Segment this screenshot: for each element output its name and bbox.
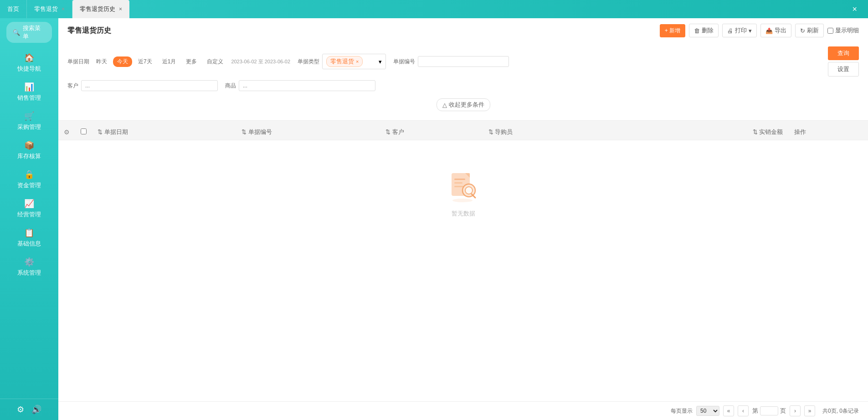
print-button[interactable]: 🖨 打印 ▾ <box>722 24 757 37</box>
doc-type-tag-text: 零售退货 <box>330 57 354 66</box>
date-btn-1month[interactable]: 近1月 <box>158 56 180 67</box>
first-page-button[interactable]: « <box>723 405 734 416</box>
sidebar-item-purchase-mgmt[interactable]: 🛒 采购管理 <box>0 107 58 136</box>
date-filter-group: 昨天 今天 近7天 近1月 更多 自定义 2023-06-02 至 2023-0… <box>92 56 290 67</box>
filter-actions: 查询 设置 <box>828 46 859 77</box>
date-filter-label: 单据日期 <box>67 58 89 66</box>
delete-label: 删除 <box>702 26 714 35</box>
doc-type-tag-remove[interactable]: × <box>356 59 359 64</box>
doc-type-select[interactable]: 零售退货 × ▾ <box>322 54 386 69</box>
doc-type-tag: 零售退货 × <box>326 56 363 67</box>
new-button[interactable]: + 新增 <box>660 24 685 37</box>
settings-gear-icon[interactable]: ⚙ <box>17 405 24 415</box>
delete-button[interactable]: 🗑 删除 <box>689 24 719 37</box>
system-icon: ⚙️ <box>24 257 34 267</box>
customer-filter-item: 客户 <box>67 80 218 91</box>
search-icon: 🔍 <box>13 29 20 36</box>
sidebar-item-quick-nav[interactable]: 🏠 快捷导航 <box>0 48 58 77</box>
doc-no-label: 单据编号 <box>393 58 415 66</box>
display-detail-checkbox[interactable] <box>827 28 833 34</box>
sidebar-item-system-mgmt[interactable]: ⚙️ 系统管理 <box>0 252 58 282</box>
tab-retail-return-history-close[interactable]: × <box>119 6 122 12</box>
print-dropdown-icon: ▾ <box>749 27 752 34</box>
sidebar-item-basic-info-label: 基础信息 <box>17 240 41 248</box>
filter-setting-button[interactable]: 设置 <box>828 62 859 77</box>
query-button[interactable]: 查询 <box>828 46 859 60</box>
svg-point-7 <box>465 187 473 194</box>
th-customer: ⇅ 客户 <box>380 124 483 140</box>
date-btn-7days[interactable]: 近7天 <box>134 56 156 67</box>
window-close-button[interactable]: × <box>848 5 861 14</box>
select-all-checkbox[interactable] <box>81 128 87 134</box>
th-doc-no: ⇅ 单据编号 <box>236 124 380 140</box>
sidebar-item-sales-mgmt-label: 销售管理 <box>17 94 41 102</box>
refresh-label: 刷新 <box>807 26 819 35</box>
filter-area: 单据日期 昨天 今天 近7天 近1月 更多 自定义 2023-06-02 至 2… <box>67 42 859 120</box>
th-guide-label: ⇅ 导购员 <box>488 128 513 135</box>
tab-retail-return-close[interactable]: × <box>62 6 65 12</box>
print-label: 打印 <box>735 26 747 35</box>
goods-label: 商品 <box>225 82 236 90</box>
date-btn-today[interactable]: 今天 <box>113 56 132 67</box>
purchase-icon: 🛒 <box>24 111 34 121</box>
tab-home[interactable]: 首页 <box>0 0 27 18</box>
sidebar-item-operations[interactable]: 📈 经营管理 <box>0 194 58 223</box>
finance-icon: 🔒 <box>24 169 34 179</box>
refresh-button[interactable]: ↻ 刷新 <box>795 24 824 37</box>
collapse-button[interactable]: △ 收起更多条件 <box>437 98 490 111</box>
sidebar-item-inventory-label: 库存核算 <box>17 152 41 160</box>
sidebar-item-inventory[interactable]: 📦 库存核算 <box>0 136 58 165</box>
page-title: 零售退货历史 <box>67 26 111 36</box>
th-action-label: 操作 <box>794 128 806 135</box>
date-btn-yesterday[interactable]: 昨天 <box>92 56 111 67</box>
page-number-input[interactable]: 1 <box>760 406 778 415</box>
svg-point-0 <box>452 199 473 202</box>
empty-text: 暂无数据 <box>452 210 475 218</box>
table-settings-icon[interactable]: ⚙ <box>64 128 70 136</box>
table-container: ⚙ ⇅ 单据日期 ⇅ 单据编号 ⇅ 客户 <box>58 124 868 401</box>
th-settings: ⚙ <box>58 124 75 140</box>
svg-rect-4 <box>454 182 462 184</box>
date-btn-more[interactable]: 更多 <box>182 56 201 67</box>
last-page-button[interactable]: » <box>804 405 815 416</box>
tab-bar: 首页 零售退货 × 零售退货历史 × <box>0 0 848 18</box>
filter-row-2: 客户 商品 <box>67 80 859 91</box>
sidebar-item-purchase-mgmt-label: 采购管理 <box>17 123 41 131</box>
print-icon: 🖨 <box>727 27 733 34</box>
table-header-row: ⚙ ⇅ 单据日期 ⇅ 单据编号 ⇅ 客户 <box>58 124 868 140</box>
tab-retail-return[interactable]: 零售退货 × <box>27 0 72 18</box>
collapse-row: △ 收起更多条件 <box>67 95 859 116</box>
th-guide: ⇅ 导购员 <box>483 124 606 140</box>
next-page-button[interactable]: › <box>790 405 801 416</box>
basic-info-icon: 📋 <box>24 228 34 238</box>
search-menu-button[interactable]: 🔍 搜索菜单 <box>6 22 52 43</box>
sidebar-item-finance[interactable]: 🔒 资金管理 <box>0 165 58 194</box>
th-spacer <box>606 124 645 140</box>
main-layout: 🔍 搜索菜单 🏠 快捷导航 📊 销售管理 🛒 采购管理 📦 库存核算 🔒 资金管… <box>0 18 868 420</box>
sidebar-item-sales-mgmt[interactable]: 📊 销售管理 <box>0 77 58 107</box>
speaker-icon[interactable]: 🔊 <box>31 405 41 415</box>
page-size-select[interactable]: 20 50 100 200 <box>696 406 719 416</box>
sidebar-item-system-mgmt-label: 系统管理 <box>17 269 41 277</box>
refresh-icon: ↻ <box>800 27 805 34</box>
top-bar-right: × <box>848 5 868 14</box>
export-label: 导出 <box>775 26 786 35</box>
export-button[interactable]: 📤 导出 <box>760 24 791 37</box>
th-amount-label: ⇅ 实销金额 <box>753 128 783 135</box>
doc-type-dropdown-icon: ▾ <box>379 58 382 65</box>
pagination-bar: 每页显示 20 50 100 200 « ‹ 第 1 页 › » 共0页, 0条… <box>58 401 868 420</box>
doc-no-input[interactable] <box>418 56 509 67</box>
date-btn-custom[interactable]: 自定义 <box>203 56 227 67</box>
tab-retail-return-history[interactable]: 零售退货历史 × <box>72 0 129 18</box>
filter-row-1: 单据日期 昨天 今天 近7天 近1月 更多 自定义 2023-06-02 至 2… <box>67 46 859 77</box>
sidebar-bottom: ⚙ 🔊 <box>0 399 58 420</box>
th-action: 操作 <box>789 124 868 140</box>
collapse-up-icon: △ <box>442 102 447 108</box>
display-detail-toggle[interactable]: 显示明细 <box>827 26 859 35</box>
goods-input[interactable] <box>239 80 375 91</box>
prev-page-button[interactable]: ‹ <box>738 405 749 416</box>
sidebar-item-basic-info[interactable]: 📋 基础信息 <box>0 223 58 252</box>
customer-input[interactable] <box>81 80 218 91</box>
page-label-after: 页 <box>780 407 786 415</box>
date-range-display: 2023-06-02 至 2023-06-02 <box>231 58 290 65</box>
